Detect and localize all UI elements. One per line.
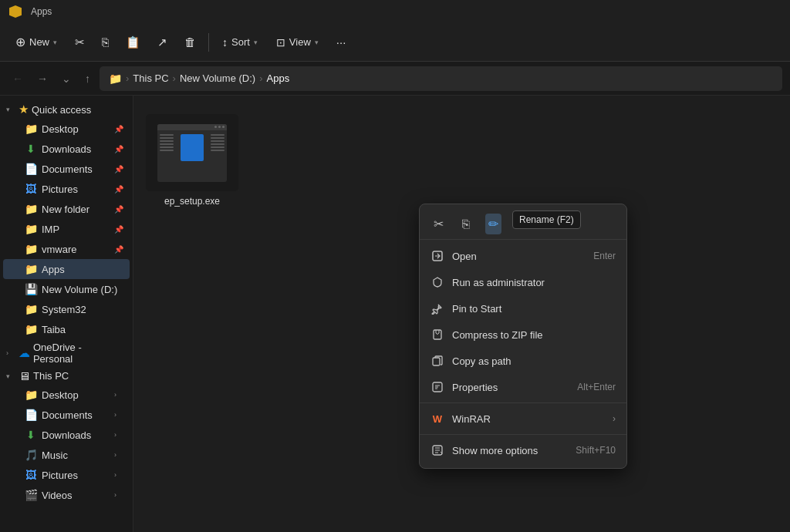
desktop-pin-icon: 📌 (114, 125, 123, 133)
path-folder-icon: 📁 (109, 72, 122, 85)
ctx-properties-label: Properties (452, 382, 569, 393)
sort-icon: ↕ (222, 36, 228, 49)
address-bar: ← → ⌄ ↑ 📁 › This PC › New Volume (D:) › … (0, 62, 790, 96)
sidebar-thispc-pictures[interactable]: 🖼 Pictures › (3, 465, 130, 485)
ctx-winrar-arrow: › (613, 413, 616, 424)
sidebar-thispc-desktop[interactable]: 📁 Desktop › (3, 385, 130, 405)
newfolder-pin-icon: 📌 (114, 205, 123, 214)
thumb-right (211, 133, 225, 180)
sidebar-item-newvolume[interactable]: 💾 New Volume (D:) (3, 279, 130, 299)
ctx-item-zip[interactable]: Compress to ZIP file (420, 322, 626, 348)
sidebar-item-vmware[interactable]: 📁 vmware 📌 (3, 239, 130, 259)
ctx-item-copypath[interactable]: Copy as path (420, 348, 626, 374)
main-layout: ▾ ★ Quick access 📁 Desktop 📌 ⬇ Downloads… (0, 96, 790, 532)
path-sep-1: › (126, 72, 129, 84)
thumb-line-1 (160, 134, 174, 136)
ctx-pin-icon (430, 301, 444, 315)
thispc-chevron: ▾ (6, 372, 15, 380)
system32-label: System32 (42, 304, 123, 315)
pictures-icon: 🖼 (25, 183, 37, 195)
ctx-copy-icon[interactable]: ⎘ (459, 214, 473, 234)
quick-access-header[interactable]: ▾ ★ Quick access (3, 100, 130, 119)
new-chevron-icon: ▾ (53, 39, 57, 46)
rename-tooltip: Rename (F2) (512, 210, 581, 229)
sort-button[interactable]: ↕ Sort ▾ (214, 32, 265, 52)
ctx-item-run-admin[interactable]: Run as administrator (420, 269, 626, 295)
thumb-line-4 (160, 143, 174, 145)
ctx-more-icon (430, 443, 444, 457)
pictures-label: Pictures (42, 184, 110, 195)
ctx-mini-toolbar: ✂ ⎘ ✏ ↗ 🗑 Rename (F2) (420, 209, 626, 240)
ctx-copypath-label: Copy as path (452, 355, 616, 367)
sidebar-item-newfolder[interactable]: 📁 New folder 📌 (3, 199, 130, 219)
view-button[interactable]: ⊡ View ▾ (268, 32, 326, 52)
sidebar-item-desktop[interactable]: 📁 Desktop 📌 (3, 119, 130, 139)
title-bar: Apps (0, 0, 790, 23)
more-button[interactable]: ··· (329, 30, 353, 54)
thumb-dot-2 (218, 126, 221, 128)
file-item-ep-setup[interactable]: ep_setup.exe (146, 108, 238, 213)
thumb-sidebar (160, 133, 174, 180)
sidebar-item-documents[interactable]: 📄 Documents 📌 (3, 159, 130, 179)
ctx-open-shortcut: Enter (593, 251, 616, 261)
delete-button[interactable]: 🗑 (177, 30, 203, 54)
quick-access-star-icon: ★ (19, 103, 29, 116)
up-button[interactable]: ↑ (80, 69, 95, 88)
sidebar-thispc-documents[interactable]: 📄 Documents › (3, 405, 130, 425)
sidebar-item-system32[interactable]: 📁 System32 (3, 299, 130, 319)
thumb-window (157, 124, 227, 182)
paste-button[interactable]: 📋 (119, 30, 147, 55)
ctx-item-properties[interactable]: Properties Alt+Enter (420, 374, 626, 400)
back-button[interactable]: ← (8, 69, 28, 88)
ctx-item-more-options[interactable]: Show more options Shift+F10 (420, 437, 626, 463)
downloads-icon: ⬇ (25, 143, 37, 155)
thumb-rline-3 (211, 140, 225, 142)
sidebar-thispc-music[interactable]: 🎵 Music › (3, 445, 130, 465)
sidebar-item-pictures[interactable]: 🖼 Pictures 📌 (3, 179, 130, 199)
share-button[interactable]: ↗ (150, 30, 174, 55)
ctx-properties-icon (430, 380, 444, 394)
sidebar-item-taiba[interactable]: 📁 Taiba (3, 319, 130, 339)
forward-button[interactable]: → (32, 69, 52, 88)
thispc-header[interactable]: ▾ 🖥 This PC (3, 367, 130, 385)
onedrive-header[interactable]: › ☁ OneDrive - Personal (3, 339, 130, 367)
ctx-rename-icon[interactable]: ✏ (485, 214, 501, 234)
copy-button[interactable]: ⎘ (95, 30, 116, 54)
sidebar-thispc-videos[interactable]: 🎬 Videos › (3, 485, 130, 505)
ctx-properties-shortcut: Alt+Enter (577, 382, 616, 392)
quick-access-chevron: ▾ (6, 106, 15, 113)
ctx-item-pin[interactable]: Pin to Start (420, 295, 626, 322)
vmware-pin-icon: 📌 (114, 245, 123, 254)
address-path[interactable]: 📁 › This PC › New Volume (D:) › Apps (100, 66, 782, 91)
ctx-open-label: Open (452, 251, 586, 262)
more-icon: ··· (336, 35, 346, 49)
imp-label: IMP (42, 224, 110, 235)
new-button[interactable]: ⊕ New ▾ (8, 31, 65, 53)
path-this-pc: This PC (133, 72, 168, 84)
view-label: View (289, 36, 311, 48)
thumb-line-3 (160, 140, 174, 142)
thumb-blue-rect (181, 134, 204, 161)
thispc-pictures-label: Pictures (42, 470, 110, 481)
ctx-item-winrar[interactable]: W WinRAR › (420, 406, 626, 432)
recent-button[interactable]: ⌄ (57, 69, 76, 88)
content-area: ep_setup.exe ✂ ⎘ ✏ ↗ 🗑 Rename (F2) (133, 96, 790, 532)
thispc-label: This PC (33, 370, 69, 382)
path-volume: New Volume (D:) (180, 72, 255, 84)
newvolume-label: New Volume (D:) (42, 284, 123, 295)
thispc-music-chevron: › (114, 451, 123, 459)
imp-pin-icon: 📌 (114, 225, 123, 234)
sidebar: ▾ ★ Quick access 📁 Desktop 📌 ⬇ Downloads… (0, 96, 133, 532)
thispc-videos-label: Videos (42, 490, 110, 501)
ctx-cut-icon[interactable]: ✂ (430, 214, 447, 234)
documents-icon: 📄 (25, 163, 37, 175)
sidebar-thispc-downloads[interactable]: ⬇ Downloads › (3, 425, 130, 445)
cut-button[interactable]: ✂ (68, 30, 92, 55)
sidebar-item-apps[interactable]: 📁 Apps (3, 259, 130, 279)
ctx-item-open[interactable]: Open Enter (420, 243, 626, 269)
thispc-icon: 🖥 (19, 369, 30, 382)
thumb-dot-3 (222, 126, 225, 128)
sidebar-item-downloads[interactable]: ⬇ Downloads 📌 (3, 139, 130, 159)
file-thumbnail (146, 114, 238, 191)
sidebar-item-imp[interactable]: 📁 IMP 📌 (3, 219, 130, 239)
